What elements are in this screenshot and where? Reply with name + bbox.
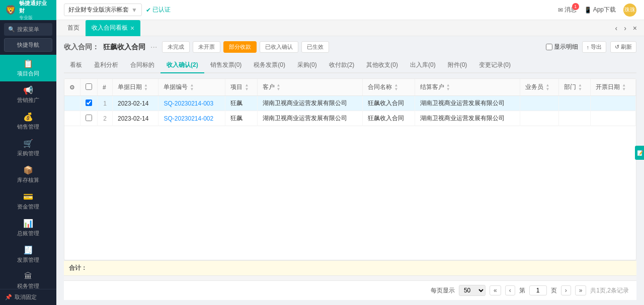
col-contract-name[interactable]: 合同名称 ▲▼ xyxy=(363,79,415,96)
subtab-change-log[interactable]: 变更记录(0) xyxy=(473,58,517,73)
inventory-icon: 📦 xyxy=(23,165,33,175)
first-page-button[interactable]: « xyxy=(490,285,501,295)
sidebar-item-sales[interactable]: 💰 销售管理 xyxy=(0,108,56,135)
sidebar-item-marketing[interactable]: 📢 营销推广 xyxy=(0,81,56,108)
more-options-button[interactable]: ··· xyxy=(150,43,157,52)
subtab-tax-invoice[interactable]: 税务发票(0) xyxy=(248,58,291,73)
project-sort-icon[interactable]: ▲▼ xyxy=(245,83,249,91)
department-sort-icon[interactable]: ▲▼ xyxy=(578,83,582,91)
row1-invoice-date xyxy=(591,96,636,111)
horizontal-scrollbar[interactable] xyxy=(64,275,636,280)
total-info: 共1页,2条记录 xyxy=(590,286,629,295)
col-code[interactable]: 单据编号 ▲▼ xyxy=(158,79,225,96)
tab-next-button[interactable]: › xyxy=(622,23,628,33)
refresh-button[interactable]: ↺ 刷新 xyxy=(610,41,636,53)
invoice-date-sort-icon[interactable]: ▲▼ xyxy=(622,83,626,91)
row1-contract-name: 狂飙收入合同 xyxy=(363,96,415,111)
tab-home[interactable]: 首页 xyxy=(61,20,86,36)
subtab-revenue-confirm[interactable]: 收入确认(2) xyxy=(160,58,204,73)
col-project[interactable]: 项目 ▲▼ xyxy=(225,79,257,96)
next-page-button[interactable]: › xyxy=(561,285,571,295)
tab-contract-board[interactable]: 收入合同看板 × xyxy=(86,20,140,36)
search-menu-button[interactable]: 🔍 搜索菜单 xyxy=(4,23,52,36)
subtab-board[interactable]: 看板 xyxy=(64,58,88,73)
sidebar-item-ledger[interactable]: 📊 总账管理 xyxy=(0,215,56,241)
sidebar-item-finance[interactable]: 💳 资金管理 xyxy=(0,188,56,215)
per-page-select[interactable]: 50 100 200 xyxy=(459,285,486,296)
status-partial-payment[interactable]: 部分收款 xyxy=(223,41,257,53)
sidebar-item-tax[interactable]: 🏛 税务管理 xyxy=(0,268,56,289)
last-page-button[interactable]: » xyxy=(575,285,587,295)
row1-checkbox[interactable] xyxy=(80,96,98,111)
app-download-button[interactable]: 📱 App下载 xyxy=(584,6,616,14)
data-table: ⚙ # 单据日期 ▲▼ xyxy=(64,79,636,126)
date-sort-icon[interactable]: ▲▼ xyxy=(144,83,148,91)
company-selector[interactable]: 好业财专业版演示帐套 ▼ xyxy=(64,4,142,16)
tab-prev-button[interactable]: ‹ xyxy=(613,23,619,33)
col-customer[interactable]: 客户 ▲▼ xyxy=(257,79,363,96)
settings-icon[interactable]: ⚙ xyxy=(69,84,75,91)
col-settlement-customer[interactable]: 结算客户 ▲▼ xyxy=(415,79,520,96)
row1-settings xyxy=(64,96,80,111)
tab-bar: 首页 收入合同看板 × ‹ › × xyxy=(56,20,644,36)
customer-sort-icon[interactable]: ▲▼ xyxy=(277,83,281,91)
status-incomplete[interactable]: 未完成 xyxy=(162,41,190,53)
status-revenue-confirmed[interactable]: 已收入确认 xyxy=(260,41,298,53)
row1-date: 2023-02-14 xyxy=(113,96,158,111)
settlement-sort-icon[interactable]: ▲▼ xyxy=(446,83,450,91)
sidebar-item-invoice[interactable]: 🧾 发票管理 xyxy=(0,241,56,268)
subtab-purchase[interactable]: 采购(0) xyxy=(291,58,323,73)
sidebar-item-project-contract[interactable]: 📋 项目合同 xyxy=(0,55,56,81)
tab-close-win-button[interactable]: × xyxy=(631,23,639,33)
row2-checkbox[interactable] xyxy=(80,111,98,126)
col-department[interactable]: 部门 ▲▼ xyxy=(558,79,590,96)
col-date[interactable]: 单据日期 ▲▼ xyxy=(113,79,158,96)
prev-page-button[interactable]: ‹ xyxy=(505,285,515,295)
row1-project: 狂飙 xyxy=(225,96,257,111)
pagination-bar: 每页显示 50 100 200 « ‹ 第 页 › » 共1页,2条记录 xyxy=(64,280,636,300)
sub-tabs: 看板 盈利分析 合同标的 收入确认(2) 销售发票(0) 税务发票(0) 采购(… xyxy=(64,58,636,73)
user-profile[interactable]: 珠珠 xyxy=(623,4,636,17)
row2-code[interactable]: SQ-20230214-002 xyxy=(158,111,225,126)
export-button[interactable]: ↑ 导出 xyxy=(582,41,607,53)
contract-name-sort-icon[interactable]: ▲▼ xyxy=(394,83,398,91)
row1-code[interactable]: SQ-20230214-003 xyxy=(158,96,225,111)
right-note-button[interactable]: 📝 xyxy=(635,146,644,160)
page-suffix: 页 xyxy=(551,286,557,295)
col-invoice-date[interactable]: 开票日期 ▲▼ xyxy=(591,79,636,96)
subtab-profit[interactable]: 盈利分析 xyxy=(88,58,124,73)
select-all-checkbox[interactable] xyxy=(86,83,92,90)
main-content: 好业财专业版演示帐套 ▼ ✔ 已认证 ✉ 消息 1 📱 App下载 珠珠 xyxy=(56,0,644,305)
note-icon: 📝 xyxy=(637,150,642,156)
status-effective[interactable]: 已生效 xyxy=(301,41,329,53)
purchase-icon: 🛒 xyxy=(23,139,33,148)
company-name: 好业财专业版演示帐套 xyxy=(68,6,129,14)
message-button[interactable]: ✉ 消息 1 xyxy=(558,6,577,14)
status-uninvoiced[interactable]: 未开票 xyxy=(193,41,220,53)
subtab-contract-subject[interactable]: 合同标的 xyxy=(124,58,160,73)
table-row[interactable]: 1 2023-02-14 SQ-20230214-003 狂飙 湖南卫视商业运营… xyxy=(64,96,636,111)
sales-icon: 💰 xyxy=(23,112,33,122)
data-table-container: ⚙ # 单据日期 ▲▼ xyxy=(64,78,636,260)
checkbox-col-header xyxy=(80,79,98,96)
subtab-sales-invoice[interactable]: 销售发票(0) xyxy=(204,58,248,73)
sidebar-item-purchase[interactable]: 🛒 采购管理 xyxy=(0,135,56,161)
topbar-right: ✉ 消息 1 📱 App下载 珠珠 xyxy=(558,4,636,17)
subtab-attachment[interactable]: 附件(0) xyxy=(442,58,473,73)
tab-close-button[interactable]: × xyxy=(130,24,134,32)
quick-nav-button[interactable]: 快捷导航 xyxy=(4,38,52,52)
code-sort-icon[interactable]: ▲▼ xyxy=(190,83,194,91)
show-detail-checkbox-wrapper[interactable]: 显示明细 xyxy=(546,43,578,51)
col-salesperson[interactable]: 业务员 ▲▼ xyxy=(520,79,559,96)
page-input[interactable] xyxy=(529,285,547,295)
subtab-other-income[interactable]: 其他收支(0) xyxy=(360,58,404,73)
salesperson-sort-icon[interactable]: ▲▼ xyxy=(545,83,549,91)
sidebar-item-inventory[interactable]: 📦 库存核算 xyxy=(0,161,56,188)
subtab-payment[interactable]: 收付款(2) xyxy=(323,58,361,73)
cancel-pin-button[interactable]: 📌 取消固定 xyxy=(0,289,56,305)
export-icon: ↑ xyxy=(587,44,590,50)
table-row[interactable]: 2 2023-02-14 SQ-20230214-002 狂飙 湖南卫视商业运营… xyxy=(64,111,636,126)
show-detail-checkbox[interactable] xyxy=(546,44,552,50)
invoice-icon: 🧾 xyxy=(23,245,33,255)
subtab-warehouse[interactable]: 出入库(0) xyxy=(404,58,442,73)
